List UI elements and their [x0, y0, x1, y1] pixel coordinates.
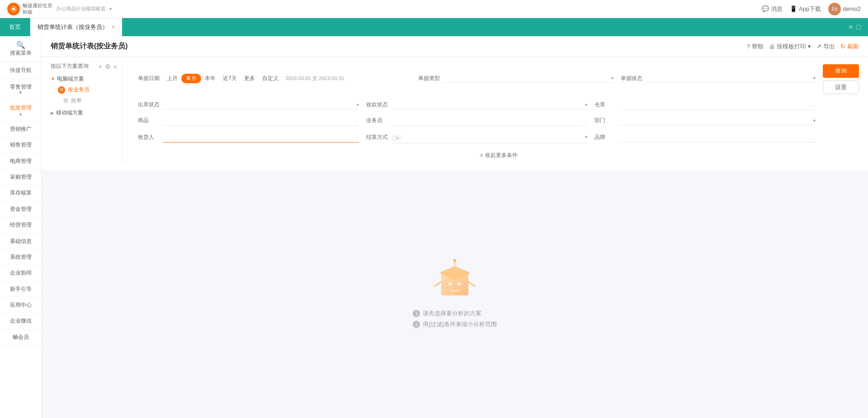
sidebar-item-marketing[interactable]: 营销推广 — [0, 121, 41, 137]
date-btn-last-month[interactable]: 上月 — [163, 74, 181, 83]
tab-close-icon[interactable]: × — [112, 24, 115, 30]
goods-dots-icon[interactable]: ... — [354, 117, 359, 124]
content-area: 销货单统计表(按业务员) ? 帮助 🖨 按模板打印 ▾ ↗ 导出 ↻ 刷新 — [42, 36, 868, 418]
warehouse-select[interactable]: ... — [620, 100, 816, 110]
stock-status-label: 出库状态 — [138, 101, 160, 109]
scheme-group-mobile: ▶ 移动端方案 — [51, 108, 117, 118]
scheme-settings-button[interactable]: ⚙ — [105, 63, 111, 70]
doc-type-select[interactable]: ▾ — [443, 74, 613, 83]
sidebar-item-apps[interactable]: 应用中心 — [0, 297, 41, 313]
refresh-button[interactable]: ↻ 刷新 — [840, 43, 859, 51]
scheme-header: 按以下方案查询 + ⚙ « — [51, 62, 117, 70]
sidebar-item-retail[interactable]: 零售管理 ▼ — [0, 79, 41, 100]
date-label: 单据日期 — [138, 75, 160, 82]
scheme-panel: 按以下方案查询 + ⚙ « ▼ 电脑端方案 按 — [51, 62, 123, 165]
filters-panel: 按以下方案查询 + ⚙ « ▼ 电脑端方案 按 — [42, 57, 868, 170]
date-btn-more[interactable]: 更多 — [241, 74, 259, 83]
sidebar-item-purchase[interactable]: 采购管理 — [0, 169, 41, 185]
header-left: 畅捷通好生意 标版 办公用品行业模拟账套 ▾ — [7, 3, 112, 15]
user-menu[interactable]: Ea demo2 — [828, 3, 861, 15]
date-btn-this-year[interactable]: 本年 — [201, 74, 219, 83]
filter-row-3: 商品 ... 业务员 ... — [138, 115, 859, 126]
sidebar-item-enterprise[interactable]: 企业协同 — [0, 265, 41, 281]
scheme-add-button[interactable]: + — [99, 63, 102, 70]
sidebar-item-sales[interactable]: 销售管理 — [0, 137, 41, 153]
sidebar-shortcut-link[interactable]: 快捷导航 — [0, 64, 41, 77]
sidebar-item-inventory[interactable]: 库存核算 — [0, 185, 41, 201]
sidebar-item-wechat[interactable]: 企业微信 — [0, 313, 41, 329]
app-download-button[interactable]: 📱 App下载 — [790, 5, 821, 13]
sidebar-shortcut-nav: 快捷导航 — [0, 62, 41, 79]
settle-method-clear-icon[interactable]: × — [396, 136, 399, 141]
filter-receiver: 收货人 ... — [138, 132, 359, 142]
brand-select[interactable]: ... — [620, 132, 816, 142]
date-btn-7days[interactable]: 近7天 — [219, 74, 241, 83]
main-layout: 🔍 搜索菜单 快捷导航 零售管理 ▼ 批发管理 ▲ 营销推广 销售管理 电商管理… — [0, 36, 868, 418]
date-btn-this-month[interactable]: 本月 — [181, 74, 201, 83]
filter-row-1: 单据日期 上月 本月 本年 近7天 更多 自定义 2023-03-01 至 20… — [138, 62, 859, 94]
scheme-group-mobile-title[interactable]: ▶ 移动端方案 — [51, 108, 117, 118]
export-button[interactable]: ↗ 导出 — [816, 43, 835, 51]
filter-stock-status: 出库状态 ▾ — [138, 100, 359, 109]
sidebar-item-system[interactable]: 系统管理 — [0, 249, 41, 265]
goods-select[interactable]: ... — [163, 115, 359, 126]
sidebar-item-member[interactable]: 畅会员 — [0, 329, 41, 345]
chevron-down-icon: ▼ — [19, 90, 23, 95]
department-select[interactable]: ▾ — [620, 116, 816, 125]
scheme-icon-salesperson: 按 — [58, 86, 65, 94]
salesperson-select[interactable]: ... — [392, 115, 587, 126]
scheme-collapse-button[interactable]: « — [113, 63, 117, 70]
filter-doc-status: 单据状态 ▾ — [621, 74, 816, 83]
warehouse-dots-icon[interactable]: ... — [811, 101, 816, 108]
header-right: 💬 消息 📱 App下载 Ea demo2 — [762, 3, 861, 15]
sidebar-item-wholesale[interactable]: 批发管理 ▲ — [0, 100, 41, 121]
brand-label: 品牌 — [594, 133, 616, 141]
sidebar-item-guide[interactable]: 新手引导 — [0, 281, 41, 297]
sidebar: 🔍 搜索菜单 快捷导航 零售管理 ▼ 批发管理 ▲ 营销推广 销售管理 电商管理… — [0, 36, 42, 418]
receiver-dots-icon[interactable]: ... — [354, 134, 359, 140]
filter-warehouse: 仓库 ... — [594, 100, 816, 110]
settings-button[interactable]: 设置 — [823, 81, 859, 94]
chevron-up-icon: ▲ — [19, 111, 23, 116]
sidebar-item-ecommerce[interactable]: 电商管理 — [0, 153, 41, 169]
date-btn-custom[interactable]: 自定义 — [259, 74, 282, 83]
sidebar-search[interactable]: 🔍 搜索菜单 — [0, 36, 41, 62]
brand-dots-icon[interactable]: ... — [811, 134, 816, 140]
receiver-select[interactable]: ... — [163, 132, 359, 142]
tab-close-button[interactable]: × — [849, 23, 853, 31]
svg-line-7 — [468, 282, 475, 286]
export-icon: ↗ — [816, 43, 821, 50]
download-icon: 📱 — [790, 5, 797, 12]
sidebar-item-operations[interactable]: 经营管理 — [0, 217, 41, 233]
svg-point-5 — [453, 259, 456, 262]
sidebar-item-finance[interactable]: 资金管理 — [0, 201, 41, 217]
scheme-group-desktop-title[interactable]: ▼ 电脑端方案 — [51, 74, 117, 84]
doc-status-select[interactable]: ▾ — [646, 74, 816, 83]
tab-home[interactable]: 首页 — [0, 18, 30, 36]
scheme-item-by-order[interactable]: 按 按单 — [51, 95, 117, 106]
stock-status-select[interactable]: ▾ — [163, 100, 359, 109]
settle-method-select[interactable]: × ▾ — [392, 131, 587, 143]
chevron-up-icon: ∧ — [479, 152, 485, 158]
doc-type-arrow-icon: ▾ — [611, 76, 613, 81]
tab-restore-button[interactable]: □ — [856, 23, 861, 31]
tab-active[interactable]: 销货单统计表（按业务员） × — [30, 18, 122, 36]
print-button[interactable]: 🖨 按模板打印 ▾ — [769, 43, 811, 51]
scheme-item-by-salesperson[interactable]: 按 按业务员 — [51, 84, 117, 95]
payment-status-arrow-icon: ▾ — [585, 102, 587, 107]
sidebar-item-base[interactable]: 基础信息 — [0, 233, 41, 249]
filter-brand: 品牌 ... — [594, 132, 816, 142]
help-button[interactable]: ? 帮助 — [747, 43, 764, 51]
salesperson-label: 业务员 — [366, 117, 388, 124]
filter-doc-type: 单据类型 ▾ — [418, 74, 613, 83]
doc-status-arrow-icon: ▾ — [813, 76, 816, 81]
nav-dropdown-icon[interactable]: ▾ — [109, 6, 112, 11]
stock-status-arrow-icon: ▾ — [357, 102, 359, 107]
salesperson-dots-icon[interactable]: ... — [583, 117, 587, 124]
messages-button[interactable]: 💬 消息 — [762, 5, 783, 13]
department-arrow-icon: ▾ — [813, 118, 816, 123]
payment-status-select[interactable]: ▾ — [392, 100, 587, 109]
settle-method-tag: × — [392, 135, 401, 141]
query-button[interactable]: 查询 — [823, 64, 859, 78]
collapse-filters-button[interactable]: ∧ 收起更多条件 — [138, 149, 859, 165]
